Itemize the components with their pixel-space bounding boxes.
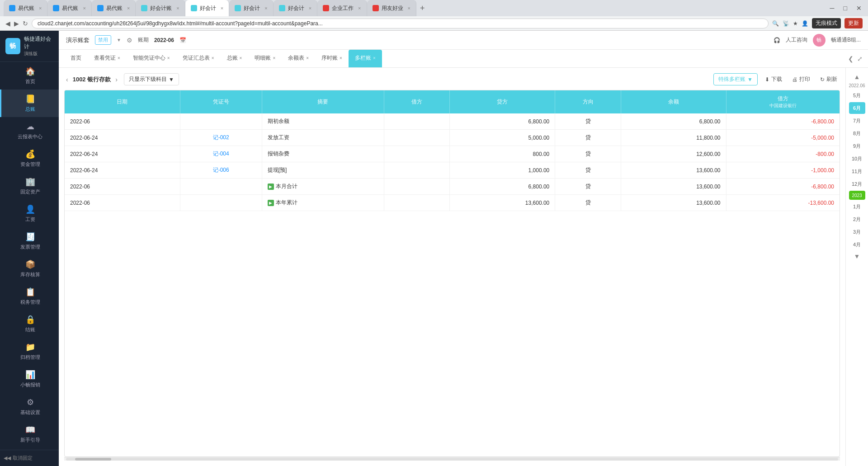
tab-enterprise[interactable]: 企业工作 × [317,0,367,16]
calendar-month-june[interactable]: 6月 [849,102,865,114]
address-input[interactable]: cloud2.chanjet.com/accounting/uh26t264j5… [32,19,769,28]
tab-yonyou[interactable]: 用友好业 × [367,0,416,16]
voucher-link[interactable]: 记-002 [213,134,229,141]
tab-close-icon[interactable]: × [264,5,267,11]
calendar-month-september[interactable]: 9月 [849,140,865,152]
sidebar-item-home[interactable]: 🏠 首页 [0,62,59,89]
close-button[interactable]: ✕ [854,4,864,13]
next-account-button[interactable]: › [113,75,119,84]
cell-balance: 6,800.00 [621,113,726,130]
print-button[interactable]: 🖨 打印 [789,74,813,85]
download-button[interactable]: ⬇ 下载 [762,74,785,85]
update-button[interactable]: 更新 [844,18,863,28]
tab-yidaizhang-3[interactable]: 易代账 × [92,0,136,16]
tab-haokuaiji-2[interactable]: 好会计 × [229,0,273,16]
account-settings-icon[interactable]: ⚙ [127,37,132,44]
profile-icon[interactable]: 👤 [802,20,808,27]
search-icon[interactable]: 🔍 [772,20,779,27]
tab-haokuaiji-3[interactable]: 好会计 × [274,0,317,16]
reload-button[interactable]: ↻ [23,20,28,27]
tab-balance[interactable]: 余额表 × [282,50,315,67]
calendar-month-october[interactable]: 10月 [849,153,865,165]
tab-view-voucher[interactable]: 查看凭证 × [88,50,127,67]
period-value: 2022-06 [154,37,174,43]
multi-col-type-button[interactable]: 特殊多栏账 ▼ [713,73,758,85]
calendar-month-august[interactable]: 8月 [849,127,865,139]
tab-yidaizhang-1[interactable]: 易代账 × [4,0,47,16]
tab-close-active-icon[interactable]: × [373,56,376,61]
tab-close-icon[interactable]: × [240,56,242,61]
subcategory-filter-dropdown[interactable]: 只显示下级科目 ▼ [124,73,179,85]
expand-panel-icon[interactable]: ⤢ [857,55,863,62]
prev-account-button[interactable]: ‹ [64,75,70,84]
tab-voucher-summary[interactable]: 凭证汇总表 × [176,50,221,67]
cell-summary: 期初余额 [262,113,384,130]
calendar-month-may[interactable]: 5月 [849,89,865,101]
bookmark-icon[interactable]: ★ [793,20,798,27]
calendar-month-feb2023[interactable]: 2月 [849,213,865,225]
calendar-scroll-down-button[interactable]: ▼ [854,253,860,260]
voucher-link[interactable]: 记-004 [213,151,229,157]
consult-label[interactable]: 人工咨询 [786,36,807,44]
tab-haokuaiji-active[interactable]: 好会计 × [185,0,229,16]
tab-close-icon[interactable]: × [118,56,120,61]
calendar-month-july[interactable]: 7月 [849,115,865,127]
sidebar-item-funds[interactable]: 💰 资金管理 [0,145,59,172]
collapse-panel-icon[interactable]: ❮ [848,55,854,62]
tab-close-icon[interactable]: × [340,56,342,61]
tab-close-icon[interactable]: × [306,56,309,61]
account-dropdown[interactable]: ▼ [117,38,121,42]
tab-close-icon[interactable]: × [83,5,85,11]
sidebar-item-reports[interactable]: ☁ 云报表中心 [0,117,59,145]
tab-close-icon[interactable]: × [212,56,214,61]
forward-button[interactable]: ▶ [14,20,19,27]
calendar-scroll-up-button[interactable]: ▲ [854,73,860,80]
sidebar-item-closing[interactable]: 🔒 结账 [0,310,59,338]
tab-close-icon[interactable]: × [39,5,42,11]
tab-close-icon[interactable]: × [408,5,410,11]
stealth-mode-button[interactable]: 无痕模式 [812,18,841,28]
sidebar-pin-toggle[interactable]: ◀◀ 取消固定 [0,450,59,466]
new-tab-button[interactable]: + [416,0,429,16]
voucher-link[interactable]: 记-006 [213,167,229,173]
horizontal-scrollbar[interactable] [64,457,840,461]
sidebar-item-invoice[interactable]: 🧾 发票管理 [0,227,59,255]
tab-detail-ledger[interactable]: 明细账 × [248,50,282,67]
tab-journal[interactable]: 序时账 × [315,50,349,67]
sidebar-item-payroll[interactable]: 👤 工资 [0,200,59,227]
calendar-month-mar2023[interactable]: 3月 [849,226,865,238]
tab-close-icon[interactable]: × [176,5,179,11]
tab-close-icon[interactable]: × [309,5,311,11]
tab-multi-col[interactable]: 多栏账 × [349,50,382,67]
sidebar-item-ledger[interactable]: 📒 总账 [0,89,59,117]
tab-close-icon[interactable]: × [358,5,361,11]
tab-yidaizhang-2[interactable]: 易代账 × [47,0,91,16]
back-button[interactable]: ◀ [5,20,10,27]
sidebar-item-inventory[interactable]: 📦 库存核算 [0,255,59,282]
tab-close-icon[interactable]: × [127,5,130,11]
tab-home[interactable]: 首页 [64,50,88,67]
scroll-thumb[interactable] [75,458,111,461]
cast-icon[interactable]: 📡 [783,20,789,27]
tab-close-icon[interactable]: × [221,5,223,11]
calendar-month-jan2023[interactable]: 1月 [849,201,865,212]
refresh-button[interactable]: ↻ 刷新 [817,74,840,85]
calendar-month-december[interactable]: 12月 [849,178,865,190]
tab-close-icon[interactable]: × [167,56,170,61]
sidebar-item-archive[interactable]: 📁 归档管理 [0,338,59,365]
tab-general-ledger[interactable]: 总账 × [221,50,249,67]
calendar-month-november[interactable]: 11月 [849,165,865,177]
maximize-button[interactable]: □ [841,4,850,13]
sidebar-item-tax[interactable]: 📋 税务管理 [0,282,59,310]
sidebar-item-settings[interactable]: ⚙ 基础设置 [0,393,59,420]
calendar-icon[interactable]: 📅 [179,37,186,43]
minimize-button[interactable]: ─ [827,4,837,13]
tab-close-icon[interactable]: × [273,56,275,61]
calendar-month-apr2023[interactable]: 4月 [849,239,865,250]
sidebar-item-assets[interactable]: 🏢 固定资产 [0,172,59,200]
funds-icon: 💰 [25,149,35,159]
sidebar-item-guide[interactable]: 📖 新手引导 [0,420,59,448]
tab-haokuaiji-1[interactable]: 好会计账 × [136,0,185,16]
sidebar-item-expense[interactable]: 📊 小畅报销 [0,365,59,393]
tab-smart-voucher[interactable]: 智能凭证中心 × [127,50,176,67]
